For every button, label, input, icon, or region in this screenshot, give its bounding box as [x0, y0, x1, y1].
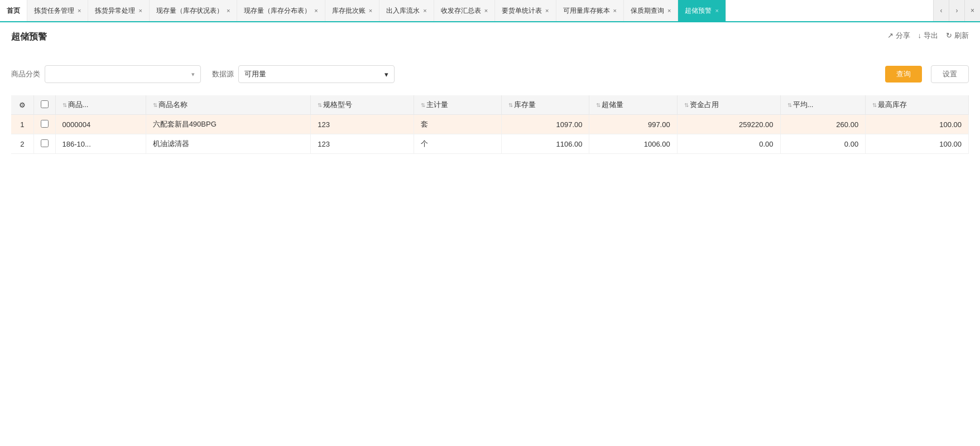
table-row: 1 0000004 六配套新昌490BPG 123 套 1097.00 997.…: [11, 115, 969, 134]
tab-close-task[interactable]: ×: [78, 7, 81, 14]
row-sku-name-0: 六配套新昌490BPG: [146, 115, 311, 134]
col-max-stock[interactable]: ⇅最高库存: [866, 95, 969, 115]
row-unit-1: 个: [414, 134, 502, 154]
data-table: ⚙ ⇅商品... ⇅商品名称 ⇅规格型号 ⇅主计量 ⇅库存量: [11, 95, 969, 154]
col-spec[interactable]: ⇅规格型号: [311, 95, 414, 115]
refresh-action[interactable]: ↻ 刷新: [946, 31, 969, 41]
col-stock[interactable]: ⇅库存量: [502, 95, 589, 115]
col-unit[interactable]: ⇅主计量: [414, 95, 502, 115]
filter-row: 商品分类 ▾ 数据源 可用量 ▾ 查询 设置: [11, 60, 969, 89]
tab-close-quality[interactable]: ×: [667, 7, 671, 14]
export-icon: ↓: [918, 31, 922, 40]
col-sku-code[interactable]: ⇅商品...: [55, 95, 146, 115]
nav-tab-inout[interactable]: 出入库流水×: [379, 0, 434, 22]
nav-tabs: 首页拣货任务管理×拣货异常处理×现存量（库存状况表）×现存量（库存分布表）×库存…: [0, 0, 980, 22]
category-chevron-icon: ▾: [191, 71, 195, 78]
row-check-0[interactable]: [41, 120, 49, 128]
row-unit-0: 套: [414, 115, 502, 134]
nav-tab-task[interactable]: 拣货任务管理×: [27, 0, 88, 22]
tab-close-abnormal[interactable]: ×: [138, 7, 142, 14]
tab-close-inout[interactable]: ×: [423, 7, 426, 14]
tab-close-batch[interactable]: ×: [369, 7, 372, 14]
nav-tab-quality[interactable]: 保质期查询×: [624, 0, 678, 22]
settings-button[interactable]: 设置: [931, 65, 969, 83]
col-gear[interactable]: ⚙: [11, 95, 33, 115]
filter-category: 商品分类 ▾: [11, 65, 201, 83]
filter-buttons: 查询 设置: [885, 65, 969, 83]
page-title: 超储预警: [11, 31, 47, 43]
toolbar-actions: ↗ 分享 ↓ 导出 ↻ 刷新: [887, 31, 969, 41]
row-checkbox-0[interactable]: [33, 115, 55, 134]
tab-close-usable[interactable]: ×: [613, 7, 617, 14]
sort-icon-unit: ⇅: [421, 102, 425, 108]
tab-label-home: 首页: [7, 6, 20, 16]
nav-arrow-right[interactable]: ›: [949, 0, 964, 22]
col-overstock[interactable]: ⇅超储量: [589, 95, 677, 115]
nav-tab-overstock[interactable]: 超储预警×: [678, 0, 726, 22]
refresh-icon: ↻: [946, 31, 952, 40]
row-seq-1: 2: [11, 134, 33, 154]
select-all-checkbox[interactable]: [41, 100, 49, 108]
tab-close-recv[interactable]: ×: [484, 7, 488, 14]
nav-tab-inventory-status[interactable]: 现存量（库存状况表）×: [150, 0, 237, 22]
row-capital-0: 259220.00: [677, 115, 780, 134]
row-sku-code-0: 0000004: [55, 115, 146, 134]
category-label: 商品分类: [11, 69, 40, 79]
row-overstock-0: 997.00: [589, 115, 677, 134]
sort-icon-sku-code: ⇅: [63, 102, 67, 108]
sort-icon-capital: ⇅: [684, 102, 689, 108]
row-avg-1: 0.00: [780, 134, 866, 154]
tab-label-inventory-dist: 现存量（库存分布表）: [244, 6, 311, 16]
sort-icon-max-stock: ⇅: [872, 102, 877, 108]
tab-close-inventory-dist[interactable]: ×: [314, 7, 318, 14]
sort-icon-overstock: ⇅: [596, 102, 601, 108]
row-seq-0: 1: [11, 115, 33, 134]
row-checkbox-1[interactable]: [33, 134, 55, 154]
tab-label-inout: 出入库流水: [386, 6, 420, 16]
row-check-1[interactable]: [41, 139, 49, 147]
sort-icon-sku-name: ⇅: [153, 102, 157, 108]
export-action[interactable]: ↓ 导出: [918, 31, 939, 41]
nav-tab-inventory-dist[interactable]: 现存量（库存分布表）×: [237, 0, 325, 22]
category-select[interactable]: ▾: [45, 65, 201, 83]
row-capital-1: 0.00: [677, 134, 780, 154]
tab-label-task: 拣货任务管理: [34, 6, 74, 16]
nav-tab-batch[interactable]: 库存批次账×: [325, 0, 379, 22]
nav-tab-order-stat[interactable]: 要货单统计表×: [495, 0, 556, 22]
gear-icon: ⚙: [19, 101, 26, 109]
row-stock-1: 1106.00: [502, 134, 589, 154]
tab-label-batch: 库存批次账: [332, 6, 366, 16]
table-row: 2 186-10... 机油滤清器 123 个 1106.00 1006.00 …: [11, 134, 969, 154]
tab-label-inventory-status: 现存量（库存状况表）: [156, 6, 223, 16]
row-spec-0: 123: [311, 115, 414, 134]
row-max-stock-1: 100.00: [866, 134, 969, 154]
tab-close-overstock[interactable]: ×: [715, 7, 718, 14]
col-checkbox[interactable]: [33, 95, 55, 115]
share-icon: ↗: [887, 31, 893, 40]
tab-close-order-stat[interactable]: ×: [545, 7, 549, 14]
datasource-select[interactable]: 可用量 ▾: [238, 65, 395, 83]
datasource-value: 可用量: [244, 69, 266, 79]
col-capital[interactable]: ⇅资金占用: [677, 95, 780, 115]
share-action[interactable]: ↗ 分享: [887, 31, 910, 41]
nav-tab-abnormal[interactable]: 拣货异常处理×: [88, 0, 149, 22]
nav-tab-usable[interactable]: 可用量库存账本×: [556, 0, 624, 22]
nav-tab-home[interactable]: 首页: [0, 0, 27, 22]
row-spec-1: 123: [311, 134, 414, 154]
nav-tab-recv[interactable]: 收发存汇总表×: [434, 0, 495, 22]
query-button[interactable]: 查询: [885, 66, 922, 83]
sort-icon-stock: ⇅: [508, 102, 513, 108]
table-header-row: ⚙ ⇅商品... ⇅商品名称 ⇅规格型号 ⇅主计量 ⇅库存量: [11, 95, 969, 115]
tab-close-inventory-status[interactable]: ×: [227, 7, 230, 14]
tab-label-overstock: 超储预警: [685, 6, 712, 16]
nav-arrow-close[interactable]: ×: [964, 0, 980, 22]
col-sku-name[interactable]: ⇅商品名称: [146, 95, 311, 115]
tab-label-usable: 可用量库存账本: [563, 6, 610, 16]
tab-label-quality: 保质期查询: [631, 6, 664, 16]
row-sku-name-1: 机油滤清器: [146, 134, 311, 154]
col-avg[interactable]: ⇅平均...: [780, 95, 866, 115]
datasource-chevron-icon: ▾: [385, 70, 388, 79]
row-avg-0: 260.00: [780, 115, 866, 134]
nav-arrow-left[interactable]: ‹: [933, 0, 949, 22]
row-max-stock-0: 100.00: [866, 115, 969, 134]
